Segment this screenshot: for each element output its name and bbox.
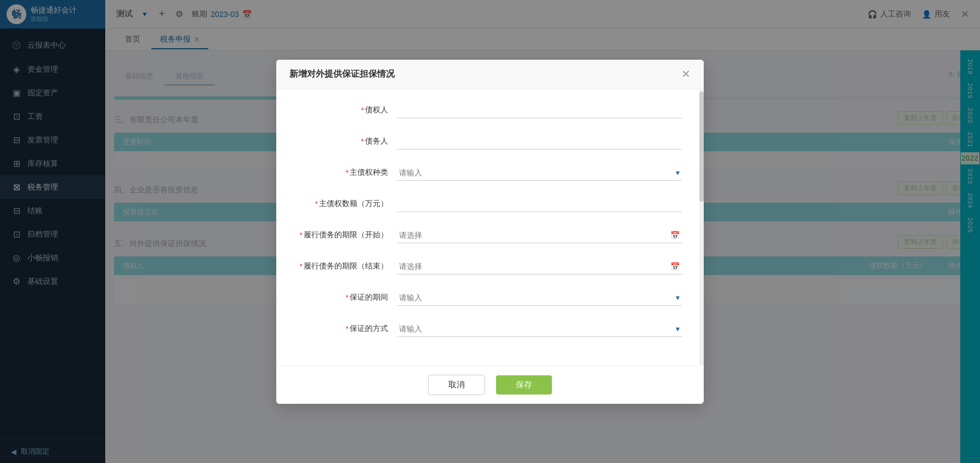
label-zhaiwuren: * 债务人 bbox=[298, 136, 397, 146]
label-zhaiquanren: * 债权人 bbox=[298, 105, 397, 115]
datepicker-lixingqihankaishi-input[interactable] bbox=[397, 227, 670, 243]
select-baozhengfangshi[interactable]: ▾ bbox=[397, 321, 682, 337]
field-baozhengqijian: * 保证的期间 ▾ bbox=[298, 290, 682, 306]
modal-title: 新增对外提供保证担保情况 bbox=[289, 68, 395, 80]
field-zhuzhaiquanzhonglei: * 主债权种类 ▾ bbox=[298, 165, 682, 181]
field-zhaiquanren: * 债权人 bbox=[298, 102, 682, 118]
modal-footer: 取消 保存 bbox=[276, 365, 704, 404]
modal-body: * 债权人 * 债务人 * 主债权种类 ▾ bbox=[276, 89, 704, 365]
select-zhuzhaiquanzhonglei-input[interactable] bbox=[397, 165, 676, 180]
modal-header: 新增对外提供保证担保情况 ✕ bbox=[276, 60, 704, 89]
chevron-down-icon-2[interactable]: ▾ bbox=[676, 293, 682, 302]
label-baozhengqijian: * 保证的期间 bbox=[298, 293, 397, 302]
calendar-start-icon[interactable]: 📅 bbox=[670, 231, 682, 239]
select-baozhengqijian-input[interactable] bbox=[397, 290, 676, 305]
select-baozhengqijian[interactable]: ▾ bbox=[397, 290, 682, 306]
save-button[interactable]: 保存 bbox=[496, 375, 552, 395]
field-baozhengfangshi: * 保证的方式 ▾ bbox=[298, 321, 682, 337]
field-zhaiwuren: * 债务人 bbox=[298, 134, 682, 150]
label-zhuzhaiquanshoue: * 主债权数额（万元） bbox=[298, 199, 397, 209]
datepicker-lixingqihanjieshu[interactable]: 📅 bbox=[397, 259, 682, 275]
input-zhuzhaiquanshoue[interactable] bbox=[397, 196, 682, 212]
label-lixingqihankaishi: * 履行债务的期限（开始） bbox=[298, 230, 397, 240]
modal-close-button[interactable]: ✕ bbox=[681, 68, 691, 79]
label-baozhengfangshi: * 保证的方式 bbox=[298, 324, 397, 334]
input-zhaiquanren[interactable] bbox=[397, 102, 682, 118]
datepicker-lixingqihanjieshu-input[interactable] bbox=[397, 259, 670, 274]
chevron-down-icon-3[interactable]: ▾ bbox=[676, 324, 682, 333]
select-zhuzhaiquanzhonglei[interactable]: ▾ bbox=[397, 165, 682, 181]
cancel-button[interactable]: 取消 bbox=[428, 375, 485, 395]
label-zhuzhaiquanzhonglei: * 主债权种类 bbox=[298, 168, 397, 178]
calendar-end-icon[interactable]: 📅 bbox=[670, 262, 682, 271]
chevron-down-icon[interactable]: ▾ bbox=[676, 168, 682, 177]
label-lixingqihanjieshu: * 履行债务的期限（结束） bbox=[298, 261, 397, 271]
field-lixingqihanjieshu: * 履行债务的期限（结束） 📅 bbox=[298, 259, 682, 275]
field-zhuzhaiquanshoue: * 主债权数额（万元） bbox=[298, 196, 682, 212]
input-zhaiwuren[interactable] bbox=[397, 134, 682, 150]
field-lixingqihankaishi: * 履行债务的期限（开始） 📅 bbox=[298, 227, 682, 243]
select-baozhengfangshi-input[interactable] bbox=[397, 321, 676, 336]
datepicker-lixingqihankaishi[interactable]: 📅 bbox=[397, 227, 682, 243]
modal-dialog: 新增对外提供保证担保情况 ✕ * 债权人 * 债务人 * bbox=[276, 60, 704, 404]
